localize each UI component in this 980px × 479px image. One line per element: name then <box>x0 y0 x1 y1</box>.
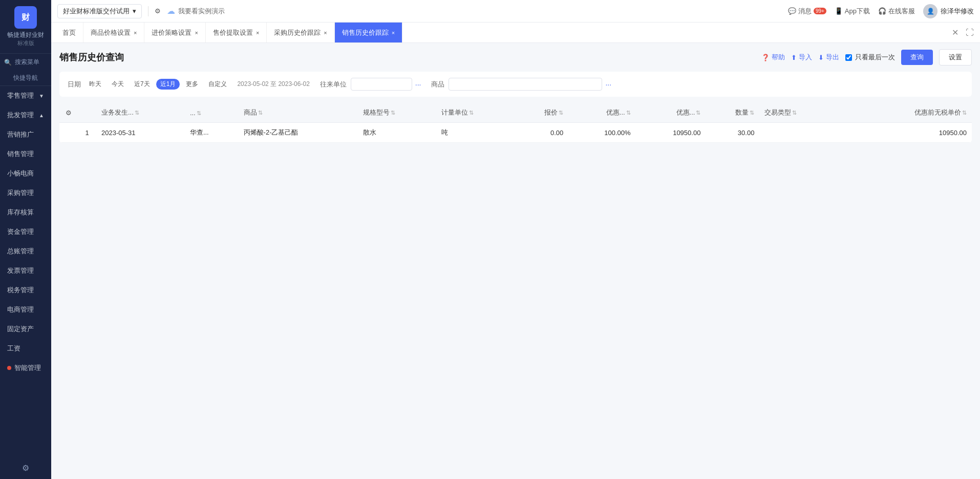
date-filter-group: 日期 昨天 今天 近7天 近1月 更多 自定义 2023-05-02 至 202… <box>68 79 310 90</box>
tab-close-sales-history[interactable]: × <box>392 30 395 36</box>
app-icon: 📱 <box>835 7 843 15</box>
cell-spacer <box>838 123 857 143</box>
tab-home[interactable]: 首页 <box>55 23 83 43</box>
cell-date: 2023-05-31 <box>96 123 185 143</box>
customer-dots-btn[interactable]: ··· <box>415 80 421 89</box>
sidebar-item-inventory[interactable]: 库存核算 <box>0 203 51 222</box>
cell-more: 华查... <box>185 123 239 143</box>
message-badge: 99+ <box>814 8 826 14</box>
sidebar-item-smart[interactable]: 智能管理 <box>0 358 51 378</box>
search-menu[interactable]: 🔍 搜索菜单 <box>0 54 51 71</box>
col-discount1[interactable]: 优惠...⇅ <box>568 103 635 123</box>
sidebar-item-accounting[interactable]: 总账管理 <box>0 242 51 261</box>
sidebar-item-marketing[interactable]: 营销推广 <box>0 125 51 144</box>
gear-icon[interactable]: ⚙ <box>66 109 72 117</box>
sidebar-item-invoice[interactable]: 发票管理 <box>0 261 51 280</box>
tab-window-controls: ✕ ⛶ <box>946 28 980 37</box>
sidebar-item-xc-ecommerce[interactable]: 小畅电商 <box>0 164 51 183</box>
tab-close-purchase-strategy[interactable]: × <box>195 30 198 36</box>
sidebar-item-retail[interactable]: 零售管理 ▼ <box>0 86 51 105</box>
filter-bar: 日期 昨天 今天 近7天 近1月 更多 自定义 2023-05-02 至 202… <box>59 72 972 97</box>
tabbar: 首页 商品价格设置 × 进价策略设置 × 售价提取设置 × 采购历史价跟踪 × … <box>51 23 980 43</box>
tab-close-purchase-history[interactable]: × <box>324 30 327 36</box>
col-unit[interactable]: 计量单位⇅ <box>436 103 515 123</box>
user-menu-btn[interactable]: 👤 徐泽华修改 <box>923 4 974 18</box>
tab-purchase-history[interactable]: 采购历史价跟踪 × <box>267 23 334 43</box>
smart-dot <box>7 366 11 370</box>
sidebar-item-tax[interactable]: 税务管理 <box>0 280 51 300</box>
sidebar-nav-list: 零售管理 ▼ 批发管理 ▲ 营销推广 销售管理 小畅电商 采购管理 库存核算 资… <box>0 86 51 378</box>
app-download-btn[interactable]: 📱 App下载 <box>835 7 870 16</box>
service-btn[interactable]: 🎧 在线客服 <box>878 7 915 16</box>
sidebar-item-assets[interactable]: 固定资产 <box>0 319 51 339</box>
date-btn-custom[interactable]: 自定义 <box>204 79 231 90</box>
version-selector[interactable]: 好业财标准版交付试用 ▾ <box>57 4 142 18</box>
col-date[interactable]: 业务发生...⇅ <box>96 103 185 123</box>
tab-close-price[interactable]: × <box>134 30 137 36</box>
sidebar-item-wholesale[interactable]: 批发管理 ▲ <box>0 105 51 125</box>
product-input[interactable] <box>449 78 602 91</box>
date-range-display: 2023-05-02 至 2023-06-02 <box>237 80 309 89</box>
main-content: 好业财标准版交付试用 ▾ ⚙ 我要看实例演示 💬 消息 99+ 📱 App下载 … <box>51 0 980 479</box>
date-btn-today[interactable]: 今天 <box>108 79 128 90</box>
only-last-checkbox[interactable] <box>845 54 852 61</box>
sort-icon: ⇅ <box>469 110 474 116</box>
help-link[interactable]: ❓ 帮助 <box>761 53 785 62</box>
sidebar-item-finance[interactable]: 资金管理 <box>0 222 51 242</box>
tab-price-extract[interactable]: 售价提取设置 × <box>206 23 267 43</box>
product-dots-btn[interactable]: ··· <box>605 80 611 89</box>
page-header: 销售历史价查询 ❓ 帮助 ⬆ 导入 ⬇ 导出 只看最后一次 查询 <box>59 49 972 66</box>
col-txtype[interactable]: 交易类型⇅ <box>759 103 838 123</box>
demo-btn[interactable]: 我要看实例演示 <box>167 6 225 16</box>
date-btn-yesterday[interactable]: 昨天 <box>85 79 105 90</box>
tab-purchase-strategy[interactable]: 进价策略设置 × <box>144 23 205 43</box>
maximize-icon[interactable]: ⛶ <box>966 28 974 37</box>
data-table-wrap: ⚙ 业务发生...⇅ ...⇅ 商品⇅ 规格型号⇅ 计量单位⇅ 报价⇅ 优惠..… <box>59 103 972 143</box>
col-spacer <box>838 103 857 123</box>
chevron-down-icon: ▼ <box>39 93 44 99</box>
sort-icon: ⇅ <box>559 110 563 116</box>
gear-btn[interactable]: ⚙ <box>155 7 161 15</box>
close-icon[interactable]: ✕ <box>952 28 958 37</box>
col-product[interactable]: 商品⇅ <box>239 103 358 123</box>
sort-icon: ⇅ <box>135 110 139 116</box>
sidebar-item-salary[interactable]: 工资 <box>0 339 51 358</box>
gear-icon: ⚙ <box>22 463 29 473</box>
tab-price[interactable]: 商品价格设置 × <box>83 23 144 43</box>
col-discount2[interactable]: 优惠...⇅ <box>636 103 706 123</box>
col-pretax[interactable]: 优惠前无税单价⇅ <box>857 103 972 123</box>
col-more[interactable]: ...⇅ <box>185 103 239 123</box>
export-btn[interactable]: ⬇ 导出 <box>818 53 839 62</box>
quick-nav[interactable]: 快捷导航 <box>0 71 51 86</box>
sidebar-item-ecommerce[interactable]: 电商管理 <box>0 300 51 319</box>
only-last-label: 只看最后一次 <box>855 53 895 62</box>
date-options: 昨天 今天 近7天 近1月 更多 自定义 <box>85 79 231 90</box>
message-btn[interactable]: 💬 消息 99+ <box>788 7 826 16</box>
tab-sales-history[interactable]: 销售历史价跟踪 × <box>335 23 402 43</box>
page-title: 销售历史价查询 <box>59 51 124 63</box>
date-btn-more[interactable]: 更多 <box>182 79 202 90</box>
sidebar-settings-btn[interactable]: ⚙ <box>0 457 51 479</box>
import-btn[interactable]: ⬆ 导入 <box>791 53 812 62</box>
divider <box>148 6 148 16</box>
sort-icon: ⇅ <box>792 110 797 116</box>
col-spec[interactable]: 规格型号⇅ <box>358 103 436 123</box>
sort-icon: ⇅ <box>750 110 754 116</box>
col-qty[interactable]: 数量⇅ <box>706 103 759 123</box>
col-price[interactable]: 报价⇅ <box>515 103 568 123</box>
query-btn[interactable]: 查询 <box>901 50 933 65</box>
sort-icon: ⇅ <box>197 110 201 116</box>
cell-gear <box>59 123 78 143</box>
help-icon: ❓ <box>761 54 770 61</box>
tab-close-price-extract[interactable]: × <box>256 30 259 36</box>
window-close-btn[interactable]: ✕ ⛶ <box>952 28 974 37</box>
cell-discount2: 10950.00 <box>636 123 706 143</box>
user-icon: 👤 <box>927 8 934 15</box>
sidebar-item-sales[interactable]: 销售管理 <box>0 144 51 164</box>
sidebar-item-purchase[interactable]: 采购管理 <box>0 183 51 203</box>
settings-btn[interactable]: 设置 <box>939 49 972 66</box>
product-input-wrap: ··· <box>449 78 611 91</box>
date-btn-last7[interactable]: 近7天 <box>130 79 154 90</box>
date-btn-last1m[interactable]: 近1月 <box>156 79 180 90</box>
customer-input[interactable] <box>351 78 412 91</box>
